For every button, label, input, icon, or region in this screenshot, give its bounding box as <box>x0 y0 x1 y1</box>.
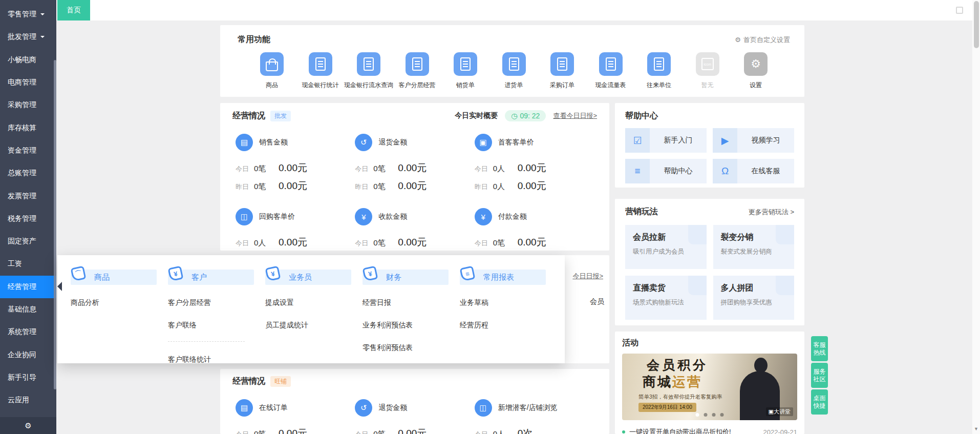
stat-new-prospects: ◫新增潜客/店铺浏览 今日0人0次 <box>475 399 594 434</box>
carousel-dot[interactable] <box>704 413 708 417</box>
menu-item-daily-business-report[interactable]: 经营日报 <box>363 298 460 307</box>
sidebar-item-funds-mgmt[interactable]: 资金管理 <box>0 139 56 162</box>
tile-label: 销货单 <box>456 81 475 90</box>
menu-item-employee-commission-stats[interactable]: 员工提成统计 <box>265 321 363 330</box>
tile-cash-bank-stats[interactable]: 现金银行统计 <box>297 52 344 90</box>
help-item-online-service[interactable]: Ω在线客服 <box>713 159 794 183</box>
activity-news-item[interactable]: 一键设置开单自动带出商品折扣价! 2022-09-21 <box>622 427 797 434</box>
tile-label: 进货单 <box>505 81 523 90</box>
marketing-item-fission-distribution[interactable]: 裂变分销裂变式发展分销商 <box>713 225 795 269</box>
sidebar-item-basic-info[interactable]: 基础信息 <box>0 298 56 321</box>
stat-count: 0笔 <box>373 238 398 248</box>
clock-icon: ◷ <box>511 112 517 120</box>
tile-settings[interactable]: ⚙设置 <box>733 52 779 90</box>
scroll-down-arrow-icon[interactable]: ▼ <box>974 426 978 431</box>
sidebar-item-inventory-accounting[interactable]: 库存核算 <box>0 116 56 139</box>
tile-purchase-order[interactable]: 采购订单 <box>539 52 585 90</box>
period-label: 今日 <box>475 239 493 248</box>
sidebar-item-label: 系统管理 <box>8 327 36 337</box>
table-icon <box>647 52 671 76</box>
marketing-card: 营销玩法 更多营销玩法 > 会员拉新吸引用户成为会员 裂变分销裂变式发展分销商 … <box>615 199 804 325</box>
marketing-item-member-acquisition[interactable]: 会员拉新吸引用户成为会员 <box>625 225 707 269</box>
sidebar-item-system-mgmt[interactable]: 系统管理 <box>0 321 56 343</box>
sidebar-item-payroll[interactable]: 工资 <box>0 253 56 275</box>
menu-item-customer-contact[interactable]: 客户联络 <box>168 321 265 330</box>
scrollbar-thumb[interactable] <box>974 1 979 48</box>
tab-label: 客服 <box>814 341 826 349</box>
sidebar-settings-button[interactable]: ⚙ <box>0 417 56 434</box>
sidebar-item-invoice-mgmt[interactable]: 发票管理 <box>0 184 56 207</box>
sidebar-item-purchase-mgmt[interactable]: 采购管理 <box>0 94 56 116</box>
clipboard-check-icon: ☑ <box>625 128 650 153</box>
tile-label: 采购订单 <box>550 81 574 90</box>
sidebar-item-fixed-assets[interactable]: 固定资产 <box>0 230 56 253</box>
marketing-item-desc: 吸引用户成为会员 <box>633 247 707 256</box>
sidebar-item-cloud-apps[interactable]: 云应用 <box>0 389 56 411</box>
tile-purchase-receipt[interactable]: 进货单 <box>491 52 537 90</box>
document-icon: ▤ <box>236 134 253 151</box>
banner-logo: ▣大讲堂 <box>766 407 793 416</box>
marketing-item-desc: 裂变式发展分销商 <box>721 247 795 256</box>
sidebar-item-retail-mgmt[interactable]: 零售管理 <box>0 3 56 26</box>
tile-business-partners[interactable]: 往来单位 <box>636 52 682 90</box>
sidebar-item-business-mgmt[interactable]: 经营管理 <box>0 276 56 298</box>
sidebar-item-wholesale-mgmt[interactable]: 批发管理 <box>0 26 56 48</box>
tile-sales-order[interactable]: 销货单 <box>442 52 488 90</box>
menu-item-business-profit-forecast[interactable]: 业务利润预估表 <box>363 321 460 330</box>
sidebar-item-general-ledger[interactable]: 总账管理 <box>0 162 56 184</box>
menu-item-goods-analysis[interactable]: 商品分析 <box>71 298 168 307</box>
carousel-dot[interactable] <box>696 413 699 417</box>
stat-count: 0笔 <box>254 164 279 174</box>
banner-headline-1: 会员积分 <box>647 357 708 374</box>
fullscreen-icon[interactable] <box>956 7 963 14</box>
carousel-dot[interactable] <box>712 413 716 417</box>
tile-cash-bank-flow-query[interactable]: 现金银行流水查询 <box>346 52 392 90</box>
stat-amount: 0.00元 <box>279 236 307 249</box>
sidebar-scrollbar[interactable] <box>54 60 56 389</box>
sidebar-item-label: 库存核算 <box>8 123 36 133</box>
sidebar-item-beginner-guide[interactable]: 新手引导 <box>0 366 56 389</box>
menu-item-customer-layered[interactable]: 客户分层经营 <box>168 298 265 307</box>
tile-cash-flow-statement[interactable]: 现金流量表 <box>588 52 634 90</box>
marketing-item-live-selling[interactable]: 直播卖货场景式购物新玩法 <box>625 276 707 320</box>
page-scrollbar[interactable]: ▼ <box>972 0 980 434</box>
stat-payments-amount: ¥付款金额 今日0笔0.00元 昨日0笔0.00元 <box>475 208 594 251</box>
sidebar-item-enterprise-collab[interactable]: 企业协同 <box>0 343 56 366</box>
marketing-item-group-buying[interactable]: 多人拼团拼团购物享受优惠 <box>713 276 795 320</box>
menu-item-customer-contact-stats[interactable]: 客户联络统计 <box>168 355 265 364</box>
home-customize-link[interactable]: ⚙ 首页自定义设置 <box>735 35 790 45</box>
menu-item-business-history[interactable]: 经营历程 <box>460 321 557 330</box>
help-item-video-learning[interactable]: ▶视频学习 <box>713 128 794 153</box>
daily-report-link[interactable]: 查看今日日报> <box>553 111 597 120</box>
tile-label: 现金银行流水查询 <box>344 81 393 90</box>
stat-label: 回购客单价 <box>259 212 295 221</box>
tile-customer-layered[interactable]: 客户分层经营 <box>394 52 440 90</box>
menu-item-business-drafts[interactable]: 业务草稿 <box>460 298 557 307</box>
daily-report-link-fragment[interactable]: 今日日报> <box>572 272 603 281</box>
menu-item-commission-settings[interactable]: 提成设置 <box>265 298 363 307</box>
stat-amount: 0.00元 <box>398 179 427 193</box>
service-hotline-tab[interactable]: 客服热线 <box>811 336 828 361</box>
sidebar-item-tax-mgmt[interactable]: 税务管理 <box>0 208 56 230</box>
gear-icon: ⚙ <box>744 52 768 76</box>
tab-label: 快捷 <box>814 402 826 410</box>
help-item-help-center[interactable]: ≡帮助中心 <box>625 159 707 183</box>
wangpu-stats-grid: ▤在线订单 今日0笔0.00元 ↺退货金额 今日0笔0.00元 ◫新增潜客/店铺… <box>232 387 597 434</box>
help-item-getting-started[interactable]: ☑新手入门 <box>625 128 707 153</box>
desktop-shortcut-tab[interactable]: 桌面快捷 <box>811 389 828 415</box>
banner-date-pill: 2022年9月16日 14:00 <box>638 403 696 412</box>
document-icon: ▤ <box>236 399 253 417</box>
tab-home[interactable]: 首页 <box>57 0 90 20</box>
flyout-column-finance: ¥财务 经营日报 业务利润预估表 零售利润预估表 <box>363 270 460 363</box>
menu-item-retail-profit-forecast[interactable]: 零售利润预估表 <box>363 343 460 353</box>
sidebar-item-ecommerce-mgmt[interactable]: 电商管理 <box>0 71 56 94</box>
tile-label: 现金流量表 <box>595 81 626 90</box>
tile-goods[interactable]: 商品 <box>249 52 295 90</box>
activity-banner[interactable]: 会员积分 商城运营 简单3招，有效帮你提升老客复购率 2022年9月16日 14… <box>622 354 797 420</box>
service-community-tab[interactable]: 服务社区 <box>811 363 828 388</box>
tab-label: 社区 <box>814 376 826 383</box>
sidebar-item-xiaochang-ecommerce[interactable]: 小畅电商 <box>0 49 56 71</box>
more-marketing-link[interactable]: 更多营销玩法 > <box>749 208 794 217</box>
carousel-dot[interactable] <box>720 413 724 417</box>
period-label: 今日 <box>236 164 254 174</box>
